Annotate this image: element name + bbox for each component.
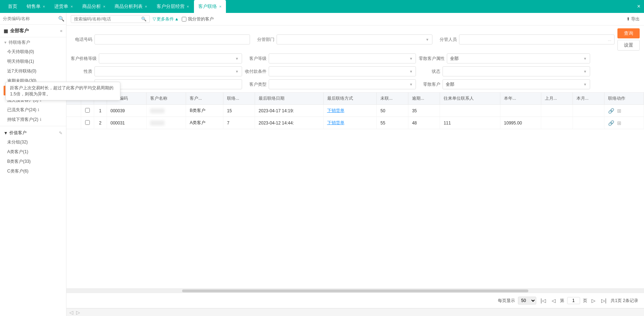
- price-grade-dropdown[interactable]: ▼: [99, 53, 242, 63]
- nav-product-analysis-list[interactable]: 商品分析列表 ×: [110, 0, 151, 13]
- per-page-select[interactable]: 50 20 100: [518, 297, 536, 305]
- close-sales-tab[interactable]: ×: [43, 4, 45, 9]
- nav-customer-layering[interactable]: 客户分层经营 ×: [152, 0, 193, 13]
- data-table: ⚙ # 客户编码 客户名称 客户... 联络... 最后联络日期 最后联络方式 …: [66, 93, 644, 129]
- page-input[interactable]: 1: [567, 297, 580, 304]
- dept-label: 分管部门: [253, 37, 274, 43]
- row1-last-month: [541, 105, 573, 117]
- nav-purchase[interactable]: 进货单 ×: [50, 0, 77, 13]
- main-layout: 🔍 ▦ 全部客户 « ▼ 待联络客户 今天待联络(0) 明天待联络(1) 近7天…: [0, 13, 644, 316]
- export-button[interactable]: ⬆ 导出: [626, 16, 640, 22]
- more-conditions-button[interactable]: ▽ 更多条件 ▲: [153, 16, 179, 22]
- top-nav: 首页 销售单 × 进货单 × 商品分析 × 商品分析列表 × 客户分层经营 × …: [0, 0, 644, 13]
- search-bar-icon[interactable]: 🔍: [141, 16, 147, 22]
- row1-method-link[interactable]: 下销货单: [327, 108, 344, 113]
- sidebar-search-input[interactable]: [3, 16, 57, 21]
- close-purchase-tab[interactable]: ×: [70, 4, 73, 9]
- customer-type-dropdown[interactable]: ▼: [269, 79, 416, 89]
- payment-dropdown[interactable]: ▼: [269, 66, 416, 76]
- dept-dropdown[interactable]: ▼: [277, 34, 432, 44]
- sidebar-item-declining[interactable]: 持续下滑客户(2) ℹ: [0, 115, 66, 124]
- value-customers-group[interactable]: ▼ 价值客户 ✎: [0, 128, 66, 137]
- close-all-button[interactable]: ×: [637, 3, 640, 10]
- customer-type-arrow-icon: ▼: [409, 82, 413, 86]
- collapse-sidebar-icon[interactable]: «: [60, 28, 62, 33]
- edit-icon[interactable]: ✎: [59, 131, 62, 136]
- row2-this-year: 10995.00: [500, 117, 541, 129]
- row1-checkbox[interactable]: [85, 108, 90, 113]
- sidebar-item-today[interactable]: 今天待联络(0): [0, 47, 66, 57]
- retail-attr-arrow-icon: ▼: [583, 57, 587, 61]
- col-header-this-year: 本年...: [500, 93, 541, 105]
- bottom-nav-left-arrow[interactable]: ◁: [68, 310, 75, 315]
- row2-num: 2: [94, 117, 107, 129]
- setting-button[interactable]: 设置: [617, 40, 640, 51]
- row1-unit-contact: [440, 105, 500, 117]
- sidebar-search-area: 🔍: [0, 13, 66, 25]
- search-input[interactable]: [74, 16, 140, 22]
- row2-name: [146, 117, 186, 129]
- person-dropdown[interactable]: …: [459, 34, 615, 44]
- filter-dept: 分管部门 ▼: [253, 34, 432, 44]
- row2-method-link[interactable]: 下销货单: [327, 120, 344, 125]
- my-customer-label: 我分管的客户: [188, 16, 214, 22]
- prev-page-button[interactable]: ◁: [550, 298, 557, 303]
- bottom-nav-right-arrow[interactable]: ▷: [75, 310, 82, 315]
- my-customer-checkbox-wrap: 我分管的客户: [182, 16, 214, 22]
- sidebar-item-class-a[interactable]: A类客户(1): [0, 147, 66, 157]
- last-page-button[interactable]: ▷|: [600, 298, 608, 303]
- close-customer-layering-tab[interactable]: ×: [187, 4, 189, 9]
- close-product-analysis-tab[interactable]: ×: [103, 4, 105, 9]
- row2-type: A类客户: [186, 117, 223, 129]
- next-page-button[interactable]: ▷: [590, 298, 597, 303]
- filter-status: 状态 ▼: [419, 66, 590, 76]
- nav-customer-contact[interactable]: 客户联络 ×: [194, 0, 226, 13]
- sidebar-item-class-c[interactable]: C类客户(6): [0, 166, 66, 176]
- row1-last-method[interactable]: 下销货单: [323, 105, 377, 117]
- query-button[interactable]: 查询: [617, 28, 640, 38]
- row1-grid-icon[interactable]: ⊞: [617, 108, 621, 114]
- nav-sales[interactable]: 销售单 ×: [22, 0, 49, 13]
- sidebar-search-icon[interactable]: 🔍: [58, 16, 64, 22]
- close-customer-contact-tab[interactable]: ×: [219, 4, 221, 9]
- status-dropdown[interactable]: ▼: [443, 66, 590, 76]
- pagination: 每页显示 50 20 100 |◁ ◁ 第 1 页 ▷ ▷| 共1页 2条记录: [66, 293, 644, 308]
- close-product-analysis-list-tab[interactable]: ×: [145, 4, 147, 9]
- row2-name-blurred: [150, 121, 165, 126]
- nature-dropdown[interactable]: ▼: [94, 66, 242, 76]
- sidebar-item-ungroup[interactable]: 未分组(32): [0, 137, 66, 147]
- all-customers-header[interactable]: ▦ 全部客户 «: [0, 25, 66, 37]
- payment-arrow-icon: ▼: [409, 70, 413, 74]
- scrollbar-thumb[interactable]: [182, 289, 529, 292]
- row1-code: 000039: [107, 105, 146, 117]
- first-page-button[interactable]: |◁: [539, 298, 547, 303]
- my-customer-checkbox[interactable]: [182, 17, 186, 22]
- row1-link-icon[interactable]: 🔗: [608, 108, 614, 114]
- status-label: 状态: [419, 69, 440, 75]
- phone-input[interactable]: [94, 34, 250, 44]
- dept-arrow-icon: ▼: [426, 38, 429, 42]
- sidebar-item-class-b[interactable]: B类客户(33): [0, 157, 66, 166]
- nav-product-analysis[interactable]: 商品分析 ×: [78, 0, 110, 13]
- row1-action: 🔗 ⊞: [604, 105, 644, 117]
- row2-link-icon[interactable]: 🔗: [608, 120, 614, 126]
- pending-contact-group[interactable]: ▼ 待联络客户: [0, 37, 66, 47]
- filter-bar: 🔍 ▽ 更多条件 ▲ 我分管的客户 ⬆ 导出: [66, 13, 644, 25]
- row1-check[interactable]: [81, 105, 94, 117]
- row1-last-date: 2023-04-17 14:19:: [255, 105, 323, 117]
- nav-home[interactable]: 首页: [4, 0, 22, 13]
- customer-grade-dropdown[interactable]: ▼: [269, 53, 416, 63]
- row2-grid-icon[interactable]: ⊞: [617, 120, 621, 126]
- person-label: 分管人员: [435, 37, 457, 43]
- sidebar-item-7days[interactable]: 近7天待联络(0): [0, 66, 66, 76]
- filter-price-grade: 客户价格等级 ▼: [71, 53, 242, 63]
- row2-last-method[interactable]: 下销货单: [323, 117, 377, 129]
- row2-check[interactable]: [81, 117, 94, 129]
- per-page-label: 每页显示: [498, 298, 515, 304]
- retail-attr-dropdown[interactable]: 全部▼: [447, 53, 590, 63]
- horizontal-scrollbar[interactable]: [66, 288, 644, 293]
- sidebar-item-churned[interactable]: 已流失客户(24) ℹ: [0, 105, 66, 115]
- sidebar-item-tomorrow[interactable]: 明天待联络(1): [0, 57, 66, 66]
- retail-customer-dropdown[interactable]: 全部▼: [443, 79, 590, 89]
- row2-checkbox[interactable]: [85, 120, 90, 125]
